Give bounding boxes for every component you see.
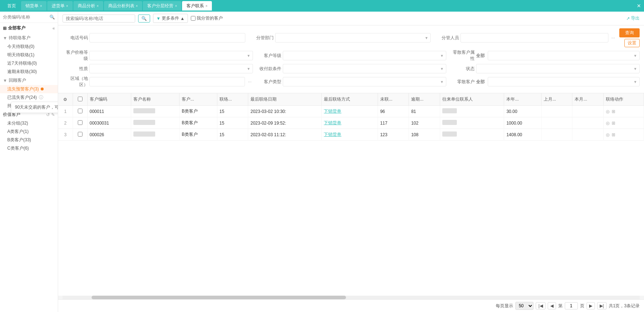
sidebar-item-today[interactable]: 今天待联络(0) [0, 42, 58, 51]
page-input[interactable] [565, 302, 578, 309]
sidebar-item-tomorrow[interactable]: 明天待联络(1) [0, 51, 58, 59]
tab-sales-order[interactable]: 销货单 × [21, 1, 47, 11]
window-close-button[interactable]: ✕ [637, 3, 641, 9]
select-all-checkbox[interactable] [78, 97, 82, 101]
collapse-icon[interactable]: « [52, 26, 55, 31]
col-last-method[interactable]: 最后联络方式 [322, 93, 378, 106]
more-action-icon[interactable]: ⊞ [612, 121, 615, 126]
row-last-date: 2023-02-09 19:52: [248, 117, 322, 129]
close-tab-product-analysis[interactable]: × [97, 4, 99, 8]
manager-select[interactable] [460, 33, 608, 42]
row-checkbox[interactable] [73, 106, 87, 117]
customer-level-select[interactable]: ▼ [283, 51, 446, 60]
contact-action-icon[interactable]: ◎ [606, 132, 609, 137]
zero-attr-field: 零散客户属性 全部 ▼ [449, 49, 640, 62]
col-customer-type[interactable]: 客户... [180, 93, 217, 106]
sidebar-item-churned[interactable]: 已流失客户(24) ⓘ [0, 93, 58, 102]
row-action[interactable]: ◎ ⊞ [603, 106, 644, 117]
sidebar-item-c-class[interactable]: C类客户(6) [0, 144, 58, 153]
col-overdue[interactable]: 逾期... [409, 93, 440, 106]
row-action[interactable]: ◎ ⊞ [603, 117, 644, 129]
more-action-icon[interactable]: ⊞ [612, 109, 615, 114]
col-code[interactable]: 客户编码 [87, 93, 131, 106]
zero-customer-select[interactable]: ▼ [488, 77, 640, 86]
tab-home[interactable]: 首页 [3, 1, 20, 11]
tab-customer-layer[interactable]: 客户分层经营 × [143, 1, 181, 11]
sidebar-item-churn-warning[interactable]: 流失预警客户(3) [0, 85, 58, 93]
horizontal-scrollbar[interactable] [63, 296, 640, 299]
sidebar-section-pending[interactable]: ▼ 待联络客户 [0, 33, 58, 42]
filter-icon-label: ▼ [156, 16, 161, 21]
col-last-month[interactable]: 上月... [541, 93, 572, 106]
col-this-year[interactable]: 本年... [504, 93, 542, 106]
export-button[interactable]: ↗ 导出 [626, 15, 640, 21]
col-contact-count[interactable]: 联络... [217, 93, 248, 106]
per-page-select[interactable]: 50 100 [515, 302, 534, 310]
next-page-button[interactable]: ▶ [587, 302, 595, 309]
close-tab-sales-order[interactable]: × [40, 4, 42, 8]
price-level-label: 客户价格等级 [63, 49, 88, 62]
more-action-icon[interactable]: ⊞ [612, 132, 615, 137]
manager-dots[interactable]: ··· [610, 35, 616, 40]
row-last-month [541, 117, 572, 129]
sidebar-item-7days[interactable]: 近7天待联络(0) [0, 59, 58, 68]
my-customers-checkbox[interactable] [191, 16, 196, 21]
query-button[interactable]: 查询 [619, 28, 640, 37]
payment-select[interactable]: ▼ [283, 64, 446, 73]
sidebar-all-customers[interactable]: ⊞ 全部客户 « [0, 23, 58, 33]
sidebar-item-a-class[interactable]: A类客户(1) [0, 127, 58, 136]
row-last-method[interactable]: 下销货单 [322, 129, 378, 141]
tab-customer-contact[interactable]: 客户联系 × [182, 1, 212, 11]
tab-purchase-order[interactable]: 进货单 × [47, 1, 73, 11]
sidebar-section-review[interactable]: ▼ 回顾客户 [0, 76, 58, 85]
churn-tooltip: 90天未交易的客户，可能有流失风险。 [11, 102, 58, 113]
last-page-button[interactable]: ▶| [597, 302, 607, 309]
close-tab-purchase-order[interactable]: × [66, 4, 68, 8]
tab-product-analysis[interactable]: 商品分析 × [73, 1, 103, 11]
filter-search-input[interactable] [63, 15, 135, 23]
prev-page-button[interactable]: ◀ [548, 302, 556, 309]
contact-action-icon[interactable]: ◎ [606, 109, 609, 114]
price-level-field: 客户价格等级 ▼ [63, 49, 253, 62]
price-level-select[interactable]: ▼ [89, 51, 253, 60]
sidebar-item-b-class[interactable]: B类客户(33) [0, 136, 58, 144]
settings-button[interactable]: 设置 [624, 39, 640, 47]
status-select[interactable]: ▼ [476, 64, 640, 73]
sidebar-item-ungrouped[interactable]: 未分组(32) [0, 119, 58, 127]
row-last-method[interactable]: 下销货单 [322, 106, 378, 117]
close-tab-customer-layer[interactable]: × [175, 4, 177, 8]
more-conditions-button[interactable]: ▼ 更多条件 ▲ [153, 14, 188, 23]
status-chevron: ▼ [633, 67, 637, 71]
contact-action-icon[interactable]: ◎ [606, 121, 609, 126]
close-tab-customer-contact[interactable]: × [205, 4, 208, 8]
sidebar-search-icon[interactable]: 🔍 [49, 15, 55, 20]
sidebar-search-input[interactable] [3, 15, 48, 20]
row-last-method[interactable]: 下销货单 [322, 117, 378, 129]
region-dots[interactable]: ··· [246, 79, 253, 84]
first-page-button[interactable]: |◀ [536, 302, 545, 309]
row-overdue: 108 [409, 129, 440, 141]
close-tab-product-analysis-list[interactable]: × [136, 4, 138, 8]
filter-icon[interactable]: 🔍 [138, 15, 150, 23]
tab-product-analysis-list[interactable]: 商品分析列表 × [104, 1, 142, 11]
col-contact-person[interactable]: 往来单位联系人 [440, 93, 504, 106]
customer-type-select[interactable]: ▼ [283, 77, 446, 86]
col-checkbox[interactable] [73, 93, 87, 106]
zero-attr-select[interactable]: ▼ [488, 51, 640, 60]
col-this-month[interactable]: 本月... [572, 93, 604, 106]
row-checkbox[interactable] [73, 129, 87, 141]
sidebar-item-overdue[interactable]: 逾期未联络(30) [0, 68, 58, 76]
scrollbar-thumb[interactable] [92, 296, 346, 299]
phone-input[interactable] [89, 33, 245, 42]
settings-icon[interactable]: ⚙ [63, 97, 67, 102]
gender-select[interactable]: ▼ [89, 64, 253, 73]
row-checkbox[interactable] [73, 117, 87, 129]
col-name[interactable]: 客户名称 [131, 93, 180, 106]
dept-select[interactable]: ▼ [275, 33, 431, 42]
col-uncontacted[interactable]: 未联... [378, 93, 409, 106]
col-action[interactable]: 联络动作 [603, 93, 644, 106]
col-last-date[interactable]: 最后联络日期 [248, 93, 322, 106]
col-settings[interactable]: ⚙ [58, 93, 73, 106]
row-action[interactable]: ◎ ⊞ [603, 129, 644, 141]
region-select[interactable] [89, 77, 245, 86]
